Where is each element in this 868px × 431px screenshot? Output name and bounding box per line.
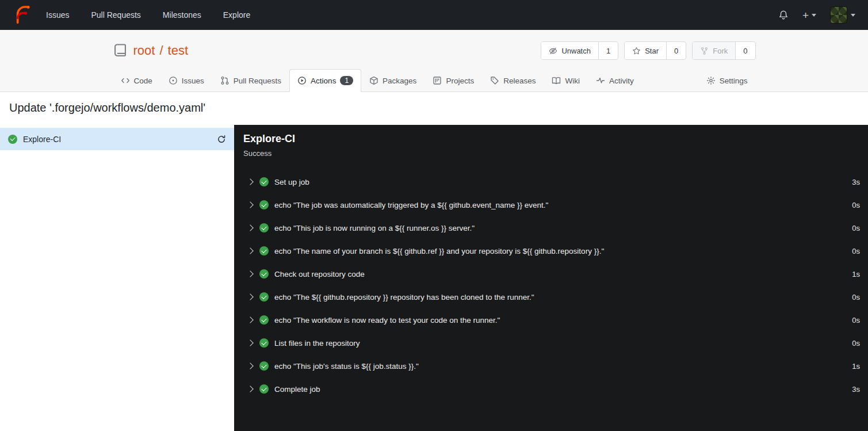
chevron-right-icon[interactable] [247, 224, 253, 231]
navbar-item-issues[interactable]: Issues [46, 10, 69, 20]
rerun-sync-icon[interactable] [217, 135, 226, 144]
step-row[interactable]: echo "The ${{ github.repository }} repos… [234, 285, 868, 308]
step-row[interactable]: echo "The job was automatically triggere… [234, 193, 868, 216]
gear-icon [706, 76, 716, 85]
step-duration: 3s [852, 385, 860, 394]
navbar-item-pull-requests[interactable]: Pull Requests [91, 10, 140, 20]
unwatch-button[interactable]: Unwatch [541, 42, 598, 59]
forgejo-logo-icon[interactable] [13, 6, 31, 24]
tab-activity-label: Activity [609, 77, 634, 85]
tab-pull-requests[interactable]: Pull Requests [212, 69, 289, 92]
navbar-item-milestones[interactable]: Milestones [163, 10, 201, 20]
breadcrumb: root / test [133, 43, 189, 58]
chevron-right-icon[interactable] [247, 293, 253, 300]
star-button-group: Star 0 [624, 41, 686, 60]
step-name: echo "The workflow is now ready to test … [274, 316, 846, 325]
project-board-icon [433, 76, 442, 85]
chevron-right-icon[interactable] [247, 316, 253, 323]
tab-settings-label: Settings [720, 77, 748, 85]
actions-count-badge: 1 [340, 76, 353, 85]
tab-releases[interactable]: Releases [482, 69, 544, 92]
tab-pull-requests-label: Pull Requests [234, 77, 281, 85]
tab-activity[interactable]: Activity [588, 69, 642, 92]
chevron-right-icon[interactable] [247, 363, 253, 369]
step-row[interactable]: echo "The workflow is now ready to test … [234, 308, 868, 331]
job-item-explore-ci[interactable]: Explore-CI [0, 128, 234, 150]
step-name: echo "This job's status is ${{ job.statu… [274, 362, 846, 371]
repo-action-buttons: Unwatch 1 Star 0 [541, 41, 755, 60]
step-duration: 0s [852, 247, 860, 255]
step-name: echo "The job was automatically triggere… [274, 201, 846, 209]
issue-icon [169, 76, 178, 85]
star-count[interactable]: 0 [666, 42, 686, 59]
fork-count[interactable]: 0 [735, 42, 755, 59]
step-row[interactable]: echo "This job's status is ${{ job.statu… [234, 354, 868, 377]
page-title: Update '.forgejo/workflows/demo.yaml' [9, 101, 859, 115]
step-row[interactable]: Complete job 3s [234, 377, 868, 401]
tab-code[interactable]: Code [113, 69, 160, 92]
caret-down-icon [812, 14, 816, 17]
tab-packages[interactable]: Packages [361, 69, 425, 92]
check-circle-icon [259, 246, 269, 255]
check-circle-icon [259, 223, 269, 232]
tab-actions[interactable]: Actions 1 [289, 69, 361, 92]
navbar-item-explore[interactable]: Explore [223, 10, 250, 20]
navbar-right: + [778, 6, 855, 24]
step-row[interactable]: Check out repository code 1s [234, 262, 868, 285]
top-navbar: Issues Pull Requests Milestones Explore … [0, 0, 868, 30]
step-name: List files in the repository [274, 339, 846, 348]
watch-button-group: Unwatch 1 [541, 41, 618, 60]
star-button[interactable]: Star [625, 42, 666, 59]
create-new-menu[interactable]: + [802, 10, 816, 21]
step-row[interactable]: echo "This job is now running on a ${{ r… [234, 216, 868, 239]
repo-name-link[interactable]: test [168, 43, 188, 58]
chevron-right-icon[interactable] [247, 178, 253, 185]
log-job-name: Explore-CI [243, 133, 859, 145]
fork-icon [700, 47, 709, 55]
log-panel: Explore-CI Success Set up job 3s echo "T… [234, 125, 868, 431]
notifications-bell-icon[interactable] [778, 10, 789, 20]
jobs-sidebar: Explore-CI [0, 125, 234, 431]
pulse-icon [596, 76, 605, 85]
tab-packages-label: Packages [383, 77, 416, 85]
fork-button[interactable]: Fork [693, 42, 735, 59]
tab-issues[interactable]: Issues [160, 69, 212, 92]
tag-icon [490, 76, 499, 85]
check-circle-icon [259, 338, 269, 348]
repo-owner-link[interactable]: root [133, 43, 155, 58]
tab-issues-label: Issues [182, 77, 204, 85]
log-header: Explore-CI Success [234, 125, 868, 163]
check-circle-icon [259, 361, 269, 371]
check-circle-icon [259, 292, 269, 302]
step-row[interactable]: Set up job 3s [234, 170, 868, 193]
step-row[interactable]: List files in the repository 0s [234, 331, 868, 354]
tab-settings[interactable]: Settings [698, 69, 756, 92]
watch-count[interactable]: 1 [598, 42, 618, 59]
steps-list: Set up job 3s echo "The job was automati… [234, 163, 868, 405]
tab-projects[interactable]: Projects [425, 69, 482, 92]
chevron-right-icon[interactable] [247, 201, 253, 208]
repo-title-row: root / test Unwatch [113, 30, 756, 60]
star-label: Star [645, 47, 659, 55]
play-circle-icon [297, 76, 307, 85]
step-duration: 0s [852, 316, 860, 325]
tab-wiki[interactable]: Wiki [544, 69, 588, 92]
pull-request-icon [220, 76, 230, 85]
repo-icon [113, 43, 128, 58]
step-duration: 3s [852, 178, 860, 186]
navbar-links: Issues Pull Requests Milestones Explore [46, 10, 250, 20]
chevron-right-icon[interactable] [247, 340, 253, 346]
repo-tabbar: Code Issues [0, 69, 868, 92]
breadcrumb-separator: / [159, 43, 163, 58]
fork-button-group: Fork 0 [692, 41, 755, 60]
tab-actions-label: Actions [311, 77, 336, 85]
chevron-right-icon[interactable] [247, 270, 253, 277]
run-content: Explore-CI Explore-CI Success Se [0, 125, 868, 431]
step-row[interactable]: echo "The name of your branch is ${{ git… [234, 239, 868, 262]
step-name: Check out repository code [274, 270, 846, 279]
chevron-right-icon[interactable] [247, 247, 253, 254]
star-icon [632, 47, 641, 55]
user-menu[interactable] [830, 6, 855, 24]
check-circle-icon [259, 315, 269, 325]
chevron-right-icon[interactable] [247, 386, 253, 392]
